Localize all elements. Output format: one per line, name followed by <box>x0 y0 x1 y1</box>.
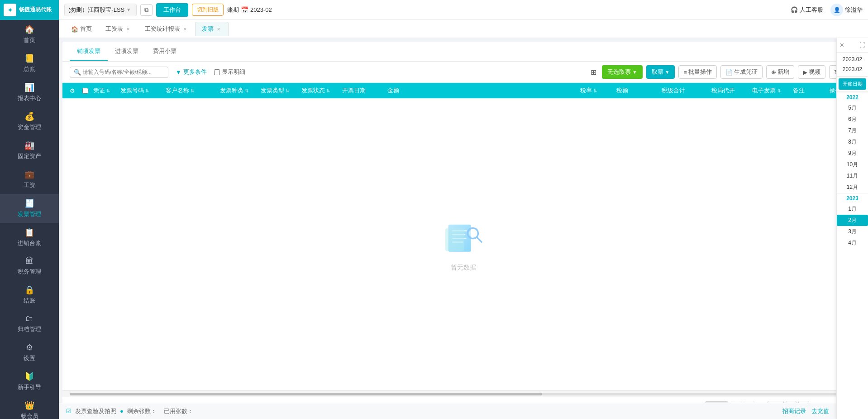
search-input[interactable] <box>83 69 164 75</box>
bottom-bar-links: 招商记录 去充值 <box>782 407 829 415</box>
sidebar-label-member: 畅会员 <box>21 412 38 419</box>
gen-voucher-label: 生成凭证 <box>734 68 758 76</box>
date-period-item-2[interactable]: 2023.02 <box>839 64 866 74</box>
member-icon: 👑 <box>24 400 34 410</box>
user-menu-button[interactable]: 👤 徐溢华 <box>830 4 863 16</box>
remaining-label: 剩余张数： <box>127 407 157 415</box>
sidebar-item-archive[interactable]: 🗂 归档管理 <box>0 309 59 338</box>
display-detail-label: 显示明细 <box>222 68 245 76</box>
sidebar-item-invoice[interactable]: 🧾 发票管理 <box>0 194 59 223</box>
fund-icon: 💰 <box>24 111 34 121</box>
tab-close-payroll-stat[interactable]: × <box>182 26 188 32</box>
switch-version-button[interactable]: 切到旧版 <box>192 4 224 16</box>
copy-company-button[interactable]: ⧉ <box>140 4 153 16</box>
sidebar-item-tax[interactable]: 🏛 税务管理 <box>0 252 59 280</box>
date-panel-close-button[interactable]: ✕ <box>839 42 844 48</box>
filter-label: 更多条件 <box>183 68 207 76</box>
recharge-link[interactable]: 去充值 <box>811 407 829 415</box>
date-panel-top-periods: 2023.02 2023.02 <box>837 53 868 77</box>
date-period-item[interactable]: 2023.02 <box>839 54 866 64</box>
home-icon: 🏠 <box>24 24 34 34</box>
gen-voucher-button[interactable]: 📄 生成凭证 <box>720 65 763 79</box>
display-detail-toggle[interactable]: 显示明细 <box>214 68 245 76</box>
sales-icon: 📋 <box>24 227 34 237</box>
month-item[interactable]: 10月 <box>837 159 868 170</box>
month-item[interactable]: 2月 <box>837 215 868 226</box>
sidebar-item-fund[interactable]: 💰 资金管理 <box>0 107 59 136</box>
th-inv-status[interactable]: 发票状态 ⇅ <box>300 87 340 95</box>
sidebar-item-ledger[interactable]: 📒 总账 <box>0 49 59 78</box>
th-settings[interactable]: ⚙ <box>68 87 81 94</box>
bottom-bar-left: ☑ 发票查验及拍照 ● 剩余张数： 已用张数： <box>66 407 197 415</box>
display-detail-checkbox[interactable] <box>214 69 220 75</box>
sidebar-item-home[interactable]: 🏠 首页 <box>0 20 59 49</box>
new-button[interactable]: ⊕ 新增 <box>766 65 794 79</box>
check-dot: ● <box>120 408 124 414</box>
recruit-link[interactable]: 招商记录 <box>782 407 806 415</box>
company-name: (勿删）江西股宝-LSS <box>68 6 124 14</box>
batch-op-icon: ≡ <box>683 69 687 76</box>
sub-tab-purchase-invoice[interactable]: 进项发票 <box>108 43 146 61</box>
month-item[interactable]: 5月 <box>837 102 868 114</box>
tab-invoice[interactable]: 发票× <box>195 22 229 36</box>
date-panel-expand-button[interactable]: ⛶ <box>859 42 865 48</box>
month-item[interactable]: 9月 <box>837 148 868 159</box>
tab-payroll-table[interactable]: 工资表× <box>99 22 138 36</box>
user-name: 徐溢华 <box>845 6 863 14</box>
no-select-ticket-button[interactable]: 无选取票 ▼ <box>602 65 643 79</box>
sidebar-item-member[interactable]: 👑 畅会员 <box>0 396 59 419</box>
th-tax-code: 税局代开 <box>710 87 750 95</box>
sidebar-label-settings: 设置 <box>24 354 35 362</box>
sidebar-item-sales[interactable]: 📋 进销台账 <box>0 223 59 252</box>
month-item[interactable]: 1月 <box>837 203 868 215</box>
th-customer[interactable]: 客户名称 ⇅ <box>164 87 218 95</box>
bottom-bar: ☑ 发票查验及拍照 ● 剩余张数： 已用张数： 招商记录 去充值 <box>59 403 836 419</box>
service-icon: 🎧 <box>791 6 798 13</box>
sidebar-item-settings[interactable]: ⚙ 设置 <box>0 338 59 367</box>
month-item[interactable]: 11月 <box>837 170 868 182</box>
month-item[interactable]: 3月 <box>837 226 868 237</box>
video-button[interactable]: ▶ 视频 <box>798 65 825 79</box>
company-selector[interactable]: (勿删）江西股宝-LSS ▼ <box>64 4 137 16</box>
sub-tab-sales-invoice[interactable]: 销项发票 <box>70 43 108 61</box>
select-ticket-button[interactable]: 取票 ▼ <box>646 65 675 79</box>
sidebar-item-payroll[interactable]: 💼 工资 <box>0 165 59 194</box>
settings-icon: ⚙ <box>26 342 33 352</box>
workspace-button[interactable]: 工作台 <box>156 3 188 17</box>
home-icon: 🏠 <box>71 26 78 33</box>
sidebar: ✦ 畅捷通易代账 🏠 首页 📒 总账 📊 报表中心 💰 资金管理 🏭 固定资产 … <box>0 0 59 419</box>
th-check[interactable] <box>81 88 91 94</box>
month-item[interactable]: 4月 <box>837 237 868 249</box>
month-item[interactable]: 8月 <box>837 136 868 148</box>
open-period-button[interactable]: 开账日期 <box>839 78 866 90</box>
th-tax: 税额 <box>615 87 660 95</box>
th-inv-type[interactable]: 发票种类 ⇅ <box>218 87 259 95</box>
month-item[interactable]: 6月 <box>837 114 868 125</box>
select-label: 取票 <box>652 68 663 76</box>
th-e-invoice[interactable]: 电子发票 ⇅ <box>750 87 791 95</box>
tab-close-invoice[interactable]: × <box>215 26 222 32</box>
th-invoice-no[interactable]: 发票号码 ⇅ <box>119 87 164 95</box>
sidebar-label-guide: 新手引导 <box>18 383 41 391</box>
month-item[interactable]: 12月 <box>837 182 868 193</box>
sidebar-item-close[interactable]: 🔒 结账 <box>0 280 59 309</box>
filter-button[interactable]: ▼ 更多条件 <box>172 66 210 78</box>
sidebar-item-guide[interactable]: 🔰 新手引导 <box>0 367 59 396</box>
period-value: 2023-02 <box>250 6 272 13</box>
sidebar-item-report[interactable]: 📊 报表中心 <box>0 78 59 107</box>
month-item[interactable]: 7月 <box>837 125 868 136</box>
tab-close-payroll-table[interactable]: × <box>125 26 131 32</box>
sidebar-item-asset[interactable]: 🏭 固定资产 <box>0 136 59 165</box>
grid-view-icon[interactable]: ⊞ <box>589 66 598 78</box>
topbar-right: 🎧 人工客服 👤 徐溢华 <box>791 4 863 16</box>
th-inv-category[interactable]: 发票类型 ⇅ <box>259 87 300 95</box>
th-tax-rate[interactable]: 税率 ⇅ <box>578 87 615 95</box>
tab-home[interactable]: 🏠首页 <box>64 22 99 36</box>
sidebar-label-report: 报表中心 <box>18 94 41 102</box>
th-voucher[interactable]: 凭证 ⇅ <box>91 87 119 95</box>
batch-op-button[interactable]: ≡ 批量操作 <box>678 65 717 79</box>
sub-tab-expense-receipt[interactable]: 费用小票 <box>146 43 184 61</box>
select-all-checkbox[interactable] <box>82 88 88 94</box>
tab-payroll-stat[interactable]: 工资统计报表× <box>138 22 195 36</box>
service-button[interactable]: 🎧 人工客服 <box>791 6 823 14</box>
